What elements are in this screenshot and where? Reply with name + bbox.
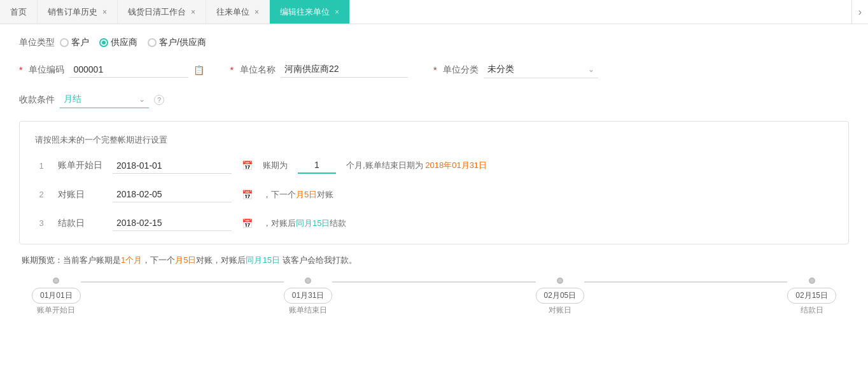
timeline-date-1: 01月01日 [32,288,81,304]
period-desc-1b: 个月,账单结束日期为 2018年01月31日 [346,160,487,171]
period-highlight-3: 同月15日 [296,218,330,228]
timeline-node-3: 02月05日 对账日 [536,278,585,316]
period-row-3: 3 结款日 📅 ，对账后同月15日结款 [35,215,833,231]
period-suffix-2: 对账 [317,190,333,199]
tab-home-label: 首页 [10,6,27,18]
unit-name-star: * [230,65,233,75]
period-label-1: 账单开始日 [58,160,102,171]
tab-edit-partner[interactable]: 编辑往来单位 × [270,0,350,24]
unit-type-group: 单位类型 客户 供应商 客户/供应商 [19,37,206,48]
unit-category-star: * [433,65,437,75]
period-title: 请按照未来的一个完整帐期进行设置 [35,134,833,146]
period-suffix-3: 结款 [330,218,346,228]
period-highlight-2: 月5日 [296,190,317,199]
radio-customer[interactable]: 客户 [60,37,89,48]
unit-type-row: 单位类型 客户 供应商 客户/供应商 [19,37,849,48]
unit-category-group: * 单位分类 未分类 ⌄ [433,61,598,78]
timeline-label-2: 账单结束日 [289,305,327,316]
unit-info-row: * 单位编码 📋 * 单位名称 * 单位分类 未分类 ⌄ [19,61,849,78]
payment-terms-dropdown[interactable]: 月结 ⌄ [60,91,149,108]
tabs-bar: 首页 销售订单历史 × 钱货日清工作台 × 往来单位 × 编辑往来单位 × › [0,0,868,24]
tab-partner-units[interactable]: 往来单位 × [206,0,270,24]
timeline-label-1: 账单开始日 [37,305,75,316]
period-num-1: 1 [35,161,48,171]
timeline-line-1 [81,281,284,283]
month-input[interactable] [298,157,336,174]
radio-supplier[interactable]: 供应商 [99,37,137,48]
period-cal-icon-2[interactable]: 📅 [242,190,253,200]
period-cal-icon-3[interactable]: 📅 [242,218,253,229]
timeline-dot-2 [305,278,311,284]
radio-supplier-circle [99,38,108,47]
tabs-arrow[interactable]: › [851,0,868,24]
period-desc-3: ，对账后同月15日结款 [263,218,346,229]
unit-type-label: 单位类型 [19,37,55,48]
tab-partner-units-label: 往来单位 [216,6,249,18]
period-end-date-1: 2018年01月31日 [425,160,487,170]
preview-part3: 同月15日 [246,255,279,265]
radio-both-circle [148,38,157,47]
period-desc-1a: 账期为 [263,160,288,171]
period-date-input-1[interactable] [113,158,232,174]
unit-code-star: * [19,65,22,75]
period-date-input-2[interactable] [113,186,232,202]
tab-cashflow[interactable]: 钱货日清工作台 × [118,0,206,24]
preview-part1: 1个月 [121,255,142,265]
radio-both[interactable]: 客户/供应商 [148,37,206,48]
timeline-line-2 [332,281,535,283]
main-content: 单位类型 客户 供应商 客户/供应商 * 单位编码 [0,24,868,387]
preview-sep2: 对账，对账后 [196,255,246,265]
period-date-input-3[interactable] [113,215,232,231]
period-prefix-3: ，对账后 [263,218,296,228]
payment-terms-label: 收款条件 [19,94,55,106]
period-prefix-2: ，下一个 [263,190,296,199]
radio-customer-label: 客户 [71,37,89,48]
unit-category-label: 单位分类 [443,64,479,76]
unit-name-group: * 单位名称 [230,62,407,78]
period-num-2: 2 [35,190,48,199]
tab-sales-history-label: 销售订单历史 [48,6,97,18]
unit-code-label: 单位编码 [29,64,64,76]
payment-terms-group: 收款条件 月结 ⌄ ? [19,91,164,108]
tab-sales-history-close[interactable]: × [102,8,107,17]
unit-category-select[interactable]: 未分类 ⌄ [484,61,598,78]
payment-terms-arrow: ⌄ [139,95,145,104]
tab-sales-history[interactable]: 销售订单历史 × [38,0,118,24]
tab-edit-partner-label: 编辑往来单位 [280,6,330,18]
radio-supplier-label: 供应商 [111,37,137,48]
preview-sep1: ，下一个 [142,255,175,265]
tab-partner-units-close[interactable]: × [255,8,259,17]
unit-code-input[interactable] [69,62,188,78]
timeline-node-2: 01月31日 账单结束日 [284,278,333,316]
period-suffix-1: 个月,账单结束日期为 [346,160,423,170]
tab-cashflow-close[interactable]: × [191,8,195,17]
timeline-label-3: 对账日 [549,305,571,316]
help-icon[interactable]: ? [154,95,164,105]
timeline-date-2: 01月31日 [284,288,333,304]
unit-category-value: 未分类 [487,64,588,75]
timeline-dot-4 [809,278,815,284]
timeline-wrapper: 01月01日 账单开始日 01月31日 账单结束日 02月05日 对账日 [19,278,849,316]
tab-home[interactable]: 首页 [0,0,38,24]
period-row-1: 1 账单开始日 📅 账期为 个月,账单结束日期为 2018年01月31日 [35,157,833,174]
timeline-label-4: 结款日 [801,305,823,316]
tab-cashflow-label: 钱货日清工作台 [128,6,186,18]
unit-name-input[interactable] [281,62,408,78]
unit-type-radio-group: 客户 供应商 客户/供应商 [60,37,206,48]
timeline-date-3: 02月05日 [536,288,585,304]
period-num-3: 3 [35,218,48,228]
timeline-line-3 [584,281,787,283]
unit-code-group: * 单位编码 📋 [19,62,204,78]
period-label-3: 结款日 [58,218,102,229]
unit-name-label: 单位名称 [240,64,276,76]
preview-text: 账期预览：当前客户账期是1个月，下一个月5日对账，对账后同月15日 该客户会给我… [19,255,849,266]
payment-terms-row: 收款条件 月结 ⌄ ? [19,91,849,108]
payment-terms-value: 月结 [64,94,136,105]
period-desc-2: ，下一个月5日对账 [263,189,333,201]
timeline-dot-1 [53,278,59,284]
unit-code-icon[interactable]: 📋 [193,65,204,75]
radio-customer-circle [60,38,69,47]
preview-label: 账期预览：当前客户账期是 [22,255,121,265]
period-cal-icon-1[interactable]: 📅 [242,160,253,171]
tab-edit-partner-close[interactable]: × [335,8,339,17]
